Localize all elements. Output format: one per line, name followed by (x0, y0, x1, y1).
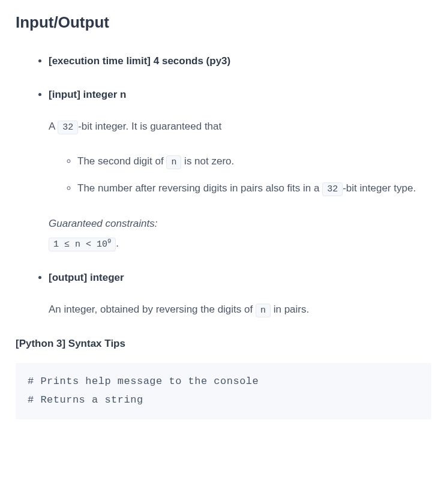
input-desc-post: -bit integer. It is guaranteed that (78, 121, 221, 132)
g1-pre: The second digit of (77, 155, 166, 167)
constraints-code-sup: 9 (107, 238, 111, 245)
g1-code: n (166, 155, 181, 169)
out-pre: An integer, obtained by reversing the di… (49, 304, 256, 315)
g2-post: -bit integer type. (343, 182, 416, 194)
g1-post: is not zero. (181, 155, 234, 167)
io-list: [execution time limit] 4 seconds (py3) [… (16, 53, 431, 318)
constraints-label: Guaranteed constraints: (49, 216, 431, 232)
input-desc: A 32-bit integer. It is guaranteed that (49, 119, 431, 135)
g2-pre: The number after reversing digits in pai… (77, 182, 322, 194)
guarantee-item-1: The second digit of n is not zero. (77, 151, 431, 172)
guarantee-list: The second digit of n is not zero. The n… (49, 151, 431, 199)
input-desc-code: 32 (58, 121, 78, 134)
input-item: [input] integer n A 32-bit integer. It i… (49, 87, 431, 252)
output-desc: An integer, obtained by reversing the di… (49, 302, 431, 318)
section-title: Input/Output (16, 11, 431, 34)
g2-code: 32 (322, 182, 343, 196)
constraints-after: . (116, 238, 119, 249)
input-desc-pre: A (49, 121, 58, 132)
constraints-code-pre: 1 ≤ n < 10 (53, 239, 107, 250)
time-limit-item: [execution time limit] 4 seconds (py3) (49, 53, 431, 69)
constraints-code: 1 ≤ n < 109 (49, 238, 116, 251)
output-item: [output] integer An integer, obtained by… (49, 270, 431, 318)
code-block: # Prints help message to the console # R… (16, 363, 431, 419)
out-post: in pairs. (271, 304, 309, 315)
syntax-tips-title: [Python 3] Syntax Tips (16, 336, 431, 352)
output-head: [output] integer (49, 272, 124, 283)
time-limit-head: [execution time limit] 4 seconds (py3) (49, 55, 230, 67)
input-head: [input] integer n (49, 89, 126, 100)
constraints-line: 1 ≤ n < 109. (49, 236, 119, 252)
guarantee-item-2: The number after reversing digits in pai… (77, 178, 431, 199)
out-code: n (256, 304, 271, 317)
